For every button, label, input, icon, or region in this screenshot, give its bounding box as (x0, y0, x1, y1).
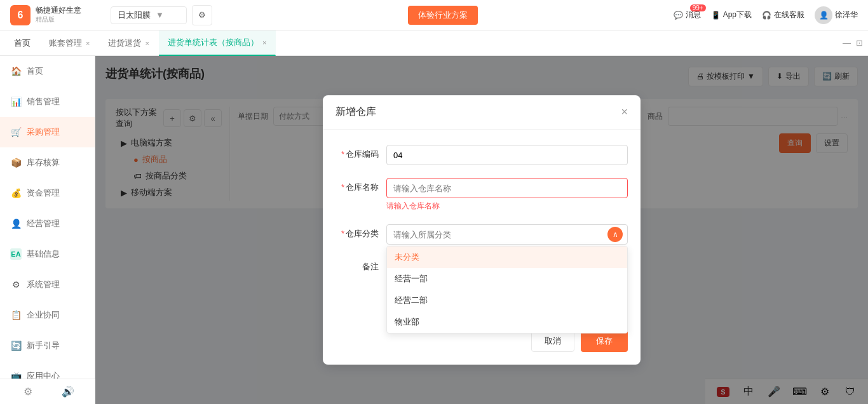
main-layout: 🏠 首页 📊 销售管理 🛒 采购管理 📦 库存核算 💰 资金管理 👤 经营管理 … (0, 56, 868, 404)
sidebar-item-finance-label: 资金管理 (27, 187, 60, 199)
modal-title: 新增仓库 (336, 105, 376, 119)
code-input[interactable] (386, 145, 628, 165)
logo-text-area: 畅捷通好生意 精品版 (36, 6, 81, 25)
headphone-icon: 🎧 (762, 11, 771, 20)
tab-accounts-label: 账套管理 (49, 37, 82, 49)
tab-purchase-stats-close[interactable]: × (262, 39, 266, 46)
dropdown-item-uncategorized[interactable]: 未分类 (387, 246, 627, 268)
tab-purchase-return-close[interactable]: × (145, 39, 149, 47)
sidebar-item-guide[interactable]: 🔄 新手引导 (0, 330, 95, 361)
store-dropdown-arrow: ▼ (156, 10, 164, 20)
code-label: 仓库编码 (336, 145, 386, 160)
modal-body: 仓库编码 仓库名称 请输入仓库名称 (323, 130, 641, 323)
name-error-msg: 请输入仓库名称 (386, 201, 628, 212)
dropdown-item-dept2[interactable]: 经营二部 (387, 290, 627, 311)
sidebar-item-sales[interactable]: 📊 销售管理 (0, 86, 95, 117)
category-label: 仓库分类 (336, 224, 386, 239)
tab-purchase-return-label: 进货退货 (108, 37, 141, 49)
app-download-btn[interactable]: 📱 App下载 (711, 10, 752, 20)
logo-area: 6 畅捷通好生意 精品版 (10, 5, 105, 25)
tab-right-actions: — ⊡ (843, 38, 863, 48)
home-icon: 🏠 (10, 65, 22, 77)
sidebar-item-purchase[interactable]: 🛒 采购管理 (0, 117, 95, 147)
logo-sub: 精品版 (36, 15, 81, 24)
category-dropdown-toggle[interactable]: ∧ (607, 227, 623, 242)
guide-icon: 🔄 (10, 340, 22, 351)
name-input[interactable] (386, 178, 628, 198)
app-download-label: App下载 (723, 10, 752, 20)
top-header: 6 畅捷通好生意 精品版 日太阳膜 ▼ ⚙ 体验行业方案 💬 消息 99+ 📱 … (0, 0, 868, 30)
tab-purchase-return[interactable]: 进货退货 × (99, 30, 158, 56)
modal-header: 新增仓库 × (323, 95, 641, 130)
sidebar-item-business-label: 经营管理 (27, 218, 60, 229)
sidebar-item-system-label: 系统管理 (27, 279, 60, 290)
sidebar-item-collab-label: 企业协同 (27, 309, 60, 321)
dropdown-item-property[interactable]: 物业部 (387, 311, 627, 333)
sidebar-item-basic-label: 基础信息 (27, 248, 60, 260)
form-item-name: 仓库名称 请输入仓库名称 (336, 178, 628, 212)
sidebar-item-inventory[interactable]: 📦 库存核算 (0, 147, 95, 178)
tab-maximize-icon[interactable]: ⊡ (856, 38, 863, 48)
system-icon: ⚙ (10, 279, 22, 290)
sidebar-item-purchase-label: 采购管理 (27, 126, 60, 138)
header-center: 体验行业方案 (212, 6, 674, 25)
header-right: 💬 消息 99+ 📱 App下载 🎧 在线客服 👤 徐泽华 (674, 6, 858, 24)
category-input[interactable] (386, 224, 628, 245)
sidebar-item-basic[interactable]: EA 基础信息 (0, 239, 95, 269)
message-btn[interactable]: 💬 消息 99+ (674, 10, 701, 20)
store-selector[interactable]: 日太阳膜 ▼ (111, 6, 187, 24)
name-label: 仓库名称 (336, 178, 386, 193)
store-name: 日太阳膜 (118, 10, 151, 21)
sidebar-item-inventory-label: 库存核算 (27, 157, 60, 168)
category-dropdown: 未分类 经营一部 经营二部 物业部 (386, 246, 628, 333)
tab-minimize-icon[interactable]: — (843, 38, 851, 48)
tab-accounts-close[interactable]: × (86, 39, 90, 47)
category-input-wrap: ∧ 未分类 经营一部 经营二部 物业部 (386, 224, 628, 245)
sidebar-item-system[interactable]: ⚙ 系统管理 (0, 269, 95, 300)
sidebar-item-finance[interactable]: 💰 资金管理 (0, 178, 95, 208)
user-area[interactable]: 👤 徐泽华 (815, 6, 858, 24)
purchase-icon: 🛒 (10, 126, 22, 138)
message-badge: 99+ (690, 4, 706, 11)
modal-close-btn[interactable]: × (621, 105, 628, 119)
sidebar-item-guide-label: 新手引导 (27, 340, 60, 351)
online-service-label: 在线客服 (774, 10, 804, 20)
tab-home[interactable]: 首页 (5, 30, 40, 56)
settings-icon-btn[interactable]: ⚙ (192, 5, 212, 25)
code-input-wrap (386, 145, 628, 165)
message-icon: 💬 (674, 11, 683, 20)
name-input-wrap: 请输入仓库名称 (386, 178, 628, 212)
app-logo-icon: 6 (10, 5, 31, 25)
sidebar-item-home[interactable]: 🏠 首页 (0, 56, 95, 86)
save-btn[interactable]: 保存 (581, 330, 628, 352)
try-industry-btn[interactable]: 体验行业方案 (408, 6, 478, 25)
cancel-btn[interactable]: 取消 (531, 330, 574, 352)
content-area: 进货单统计(按商品) 🖨 按模板打印 ▼ ⬇ 导出 🔄 刷新 (95, 56, 868, 404)
note-label: 备注 (336, 257, 386, 273)
online-service-btn[interactable]: 🎧 在线客服 (762, 10, 804, 20)
inventory-icon: 📦 (10, 157, 22, 168)
sidebar-volume-icon[interactable]: 🔊 (60, 384, 76, 400)
tab-purchase-stats[interactable]: 进货单统计表（按商品） × (159, 30, 276, 56)
sidebar-settings-icon[interactable]: ⚙ (20, 384, 36, 400)
business-icon: 👤 (10, 218, 22, 229)
username-label: 徐泽华 (835, 10, 858, 20)
collab-icon: 📋 (10, 309, 22, 321)
sidebar-item-home-label: 首页 (27, 65, 43, 77)
app-download-icon: 📱 (711, 11, 721, 20)
tab-accounts[interactable]: 账套管理 × (40, 30, 99, 56)
logo-name: 畅捷通好生意 (36, 6, 81, 16)
basic-info-icon: EA (10, 248, 22, 260)
form-item-code: 仓库编码 (336, 145, 628, 165)
sidebar: 🏠 首页 📊 销售管理 🛒 采购管理 📦 库存核算 💰 资金管理 👤 经营管理 … (0, 56, 95, 404)
tab-purchase-stats-label: 进货单统计表（按商品） (168, 37, 259, 48)
modal-overlay: 新增仓库 × 仓库编码 仓库名称 (95, 56, 868, 404)
sidebar-item-business[interactable]: 👤 经营管理 (0, 208, 95, 239)
user-avatar: 👤 (815, 6, 832, 24)
finance-icon: 💰 (10, 187, 22, 199)
sales-icon: 📊 (10, 96, 22, 107)
dropdown-item-dept1[interactable]: 经营一部 (387, 268, 627, 290)
sidebar-item-sales-label: 销售管理 (27, 96, 60, 107)
sidebar-item-collab[interactable]: 📋 企业协同 (0, 300, 95, 330)
tab-home-label: 首页 (14, 37, 31, 49)
